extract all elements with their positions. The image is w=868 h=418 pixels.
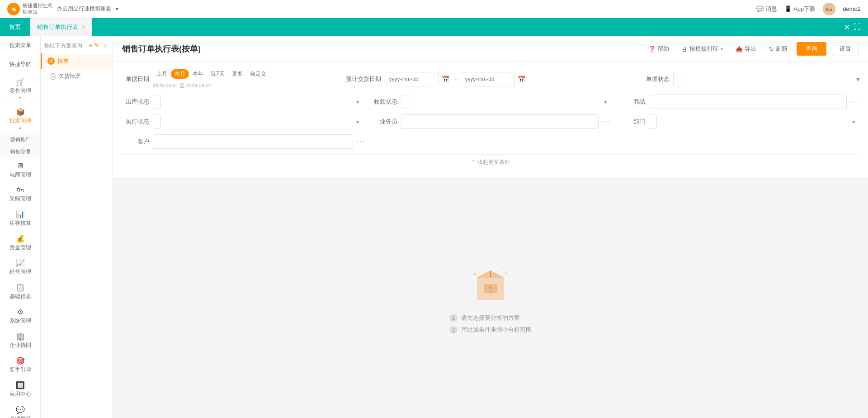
message-button[interactable]: 💬 消息 <box>756 5 777 13</box>
receipt-status-select[interactable] <box>401 95 409 109</box>
empty-tips: 1 请先选择要分析的方案 2 用过滤条件来缩小分析范围 <box>449 314 532 334</box>
tab-close-icon[interactable]: × <box>82 24 85 30</box>
exec-status-label: 执行状态 <box>122 118 149 126</box>
enterprise-label: 企业协同 <box>9 342 31 349</box>
filter-row-4: 客户 ··· <box>122 134 859 149</box>
dept-label: 部门 <box>618 118 645 126</box>
app-title-dropdown[interactable]: ▾ <box>116 6 118 12</box>
customer-input[interactable] <box>153 134 353 149</box>
finance-icon: 💰 <box>16 234 25 243</box>
sidebar-item-enterprise[interactable]: 🏢 企业协同 <box>0 328 40 353</box>
tab-active[interactable]: 销售订单执行表 × <box>30 18 92 36</box>
settings-button[interactable]: 设置 <box>832 42 859 56</box>
filter-field-goods: 商品 ··· <box>618 95 859 109</box>
calendar-end-icon[interactable]: 📅 <box>518 76 525 83</box>
exec-status-select-wrapper <box>153 114 363 129</box>
date-tab-lastmonth[interactable]: 上月 <box>153 69 171 79</box>
tab-home[interactable]: 首页 <box>0 18 30 36</box>
svg-point-13 <box>503 267 504 269</box>
retail-arrow-icon: ▾ <box>19 95 21 100</box>
date-tab-custom[interactable]: 自定义 <box>246 69 270 79</box>
date-tab-more[interactable]: 更多 <box>228 69 246 79</box>
sidebar-item-guide[interactable]: 🎯 新手引导 <box>0 353 40 377</box>
tab-close-window-icon[interactable]: ✕ <box>844 23 850 32</box>
help-button[interactable]: ❓ 帮助 <box>645 43 673 55</box>
export-button[interactable]: 📤 导出 <box>732 43 760 55</box>
collapse-panel-icon[interactable]: « <box>101 42 109 50</box>
sidebar-item-ecommerce[interactable]: 🖥 电商管理 <box>0 158 40 182</box>
refresh-button[interactable]: ↻ 刷新 <box>765 43 791 55</box>
sidebar-item-finance[interactable]: 💰 资金管理 <box>0 231 40 255</box>
expected-date-start-input[interactable] <box>385 72 439 86</box>
calendar-start-icon[interactable]: 📅 <box>442 76 449 83</box>
filter-row-2: 出库状态 收款状态 <box>122 95 859 109</box>
date-range-text: 2023-03-01 至 2023-03-31 <box>153 82 339 89</box>
filter-field-date: 单据日期 上月 本月 本年 近7天 更多 自定义 2023-03-01 至 20… <box>122 69 339 89</box>
filter-row-1: 单据日期 上月 本月 本年 近7天 更多 自定义 2023-03-01 至 20… <box>122 69 859 89</box>
filter-field-receipt-status: 收款状态 <box>370 95 611 109</box>
sidebar-item-wholesale[interactable]: 📦 批发管理 ▴ <box>0 104 40 133</box>
filter-field-dept: 部门 <box>618 114 859 129</box>
sidebar-item-basic[interactable]: 📋 基础信息 <box>0 280 40 304</box>
svg-text:Ea: Ea <box>826 7 833 12</box>
filter-field-expected-date: 预计交货日期 📅 — 📅 <box>346 72 635 86</box>
sidebar-item-operation[interactable]: 📈 经营管理 <box>0 255 40 280</box>
sidebar-nav-label[interactable]: 快捷导航 <box>0 58 40 71</box>
dept-select-wrapper <box>649 114 859 129</box>
tab-maximize-icon[interactable]: ⛶ <box>854 23 861 31</box>
empty-tip-2: 2 用过滤条件来缩小分析范围 <box>449 326 532 334</box>
message-icon: 💬 <box>756 5 764 12</box>
salesperson-more-icon[interactable]: ··· <box>602 118 611 126</box>
svg-point-12 <box>505 272 507 274</box>
expected-date-end-input[interactable] <box>461 72 515 86</box>
sidebar-sub-item-sales[interactable]: 销售管理 <box>0 146 40 158</box>
purchase-icon: 🛍 <box>17 186 24 194</box>
date-tab-thismonth[interactable]: 本月 <box>171 69 189 79</box>
sidebar-item-system[interactable]: ⚙ 系统管理 <box>0 304 40 328</box>
salesperson-input[interactable] <box>401 114 599 129</box>
purchase-label: 采购管理 <box>9 195 31 203</box>
filter-field-exec-status: 执行状态 <box>122 114 363 129</box>
sidebar-item-retail[interactable]: 🛒 零售管理 ▾ <box>0 74 40 104</box>
filter-row-3: 执行状态 业务员 ··· 部门 <box>122 114 859 129</box>
sidebar-item-purchase[interactable]: 🛍 采购管理 <box>0 182 40 206</box>
query-button[interactable]: 查询 <box>797 42 826 56</box>
out-status-select[interactable] <box>153 95 161 109</box>
receipt-status-select-wrapper <box>401 95 611 109</box>
add-scheme-icon[interactable]: + <box>89 42 92 50</box>
sidebar-search-text[interactable]: 搜索菜单 <box>4 40 37 51</box>
tab-bar-actions: ✕ ⛶ <box>844 23 868 32</box>
user-name[interactable]: demo2 <box>843 5 861 12</box>
sidebar-sub-item-marketing[interactable]: 营销推广 <box>0 133 40 146</box>
date-label: 单据日期 <box>122 75 149 83</box>
date-tab-7days[interactable]: 近7天 <box>207 69 228 79</box>
sidebar-item-inventory[interactable]: 📊 库存核算 <box>0 206 40 231</box>
goods-more-icon[interactable]: ··· <box>850 98 859 106</box>
app-download-button[interactable]: 📱 App下载 <box>784 5 816 13</box>
doc-status-select[interactable] <box>673 72 681 86</box>
page-header-top: 销售订单执行表(按单) ❓ 帮助 🖨 按模板打印 ▾ 📤 <box>122 42 859 56</box>
goods-input[interactable] <box>649 95 846 109</box>
collapse-filters-button[interactable]: ⌃ 收起更多条件 <box>122 154 859 170</box>
sidebar-item-wechat[interactable]: 💬 企业微信 <box>0 402 40 418</box>
date-tab-thisyear[interactable]: 本年 <box>189 69 207 79</box>
date-filter-tabs: 上月 本月 本年 近7天 更多 自定义 <box>153 69 339 79</box>
filter-field-doc-status: 单据状态 ▾ <box>642 72 859 86</box>
doc-status-select-wrapper <box>673 72 863 86</box>
scheme-sub-label: 欠货情况 <box>59 72 80 80</box>
avatar: Ea <box>823 3 835 15</box>
customer-label: 客户 <box>122 138 149 146</box>
customer-more-icon[interactable]: ··· <box>357 138 365 146</box>
empty-state: 1 请先选择要分析的方案 2 用过滤条件来缩小分析范围 <box>449 261 532 334</box>
sidebar-item-appcenter[interactable]: 🔲 应用中心 <box>0 377 40 402</box>
edit-scheme-icon[interactable]: ✎ <box>94 42 99 50</box>
print-button[interactable]: 🖨 按模板打印 ▾ <box>678 43 726 55</box>
logo-icon: 畅 <box>7 3 20 15</box>
system-label: 系统管理 <box>9 317 31 325</box>
scheme-sub-item[interactable]: 欠 欠货情况 <box>41 69 113 84</box>
doc-status-label: 单据状态 <box>642 75 670 83</box>
scheme-item[interactable]: 按 按单 <box>41 53 113 69</box>
exec-status-select[interactable] <box>153 114 161 129</box>
retail-icon: 🛒 <box>16 78 25 86</box>
dept-select[interactable] <box>649 114 657 129</box>
